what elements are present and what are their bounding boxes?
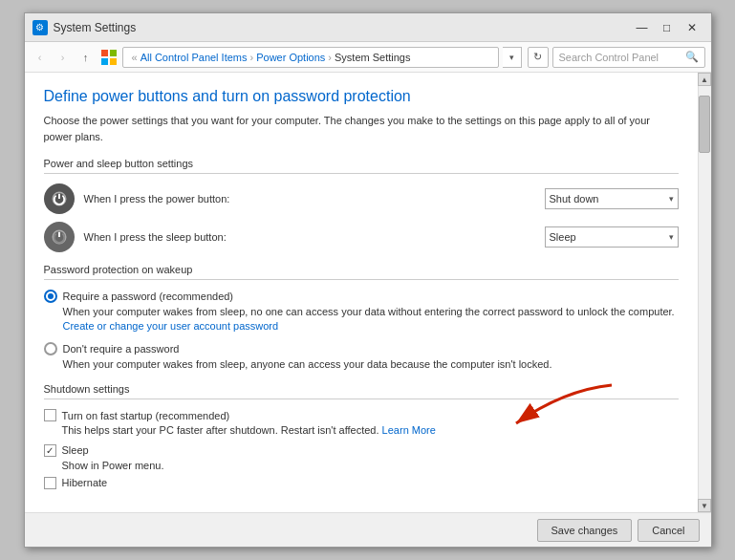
scrollbar[interactable]: ▲ ▼ xyxy=(698,73,711,512)
refresh-button[interactable]: ↻ xyxy=(528,47,549,68)
up-button[interactable]: ↑ xyxy=(76,48,96,67)
page-title: Define power buttons and turn on passwor… xyxy=(44,88,679,105)
power-button-label: When I press the power button: xyxy=(84,193,535,205)
svg-rect-3 xyxy=(110,58,117,65)
sleep-label: Sleep xyxy=(62,444,89,456)
require-password-radio[interactable] xyxy=(44,290,57,303)
no-require-password-radio[interactable] xyxy=(44,342,57,355)
password-header: Password protection on wakeup xyxy=(44,264,679,280)
sleep-icon xyxy=(44,222,75,252)
back-button[interactable]: ‹ xyxy=(31,48,50,67)
power-button-dropdown[interactable]: Shut down ▾ xyxy=(545,188,679,209)
power-sleep-header: Power and sleep button settings xyxy=(44,158,679,174)
power-button-row: When I press the power button: Shut down… xyxy=(44,183,679,214)
scroll-track[interactable] xyxy=(699,86,711,499)
address-bar: ‹ › ↑ « All Control Panel Items › Power … xyxy=(25,42,711,73)
window-icon: ⚙ xyxy=(32,20,48,35)
shutdown-section: Shutdown settings xyxy=(44,383,679,489)
no-require-password-desc: When your computer wakes from sleep, any… xyxy=(44,357,679,372)
scroll-up-button[interactable]: ▲ xyxy=(698,73,711,86)
power-sleep-section: Power and sleep button settings When I p… xyxy=(44,158,679,252)
sleep-dropdown-arrow: ▾ xyxy=(669,232,674,242)
breadcrumb-current: System Settings xyxy=(335,52,410,63)
sleep-desc: Show in Power menu. xyxy=(44,459,679,473)
password-link[interactable]: Create or change your user account passw… xyxy=(63,320,279,332)
power-button-value: Shut down xyxy=(550,193,599,205)
save-changes-button[interactable]: Save changes xyxy=(537,519,633,542)
shutdown-header: Shutdown settings xyxy=(44,383,679,399)
sleep-button-dropdown[interactable]: Sleep ▾ xyxy=(545,226,679,248)
address-dropdown[interactable]: ▾ xyxy=(503,47,522,68)
scroll-thumb[interactable] xyxy=(699,96,710,153)
window-controls: — □ ✕ xyxy=(631,18,703,37)
close-button[interactable]: ✕ xyxy=(681,18,703,37)
fast-startup-item: Turn on fast startup (recommended) This … xyxy=(44,409,679,438)
no-require-password-label: Don't require a password xyxy=(63,343,180,355)
password-section: Password protection on wakeup Require a … xyxy=(44,264,679,372)
search-placeholder: Search Control Panel xyxy=(559,52,659,63)
breadcrumb-all-items[interactable]: All Control Panel Items xyxy=(141,52,248,63)
learn-more-link[interactable]: Learn More xyxy=(382,424,436,436)
fast-startup-label: Turn on fast startup (recommended) xyxy=(62,410,230,421)
breadcrumb: « All Control Panel Items › Power Option… xyxy=(122,47,499,68)
require-password-label: Require a password (recommended) xyxy=(63,291,234,302)
hibernate-checkbox[interactable] xyxy=(44,477,56,489)
content-area: Define power buttons and turn on passwor… xyxy=(25,73,711,512)
password-radio-group: Require a password (recommended) When yo… xyxy=(44,290,679,372)
fast-startup-container: Turn on fast startup (recommended) This … xyxy=(44,409,679,438)
window: ⚙ System Settings — □ ✕ ‹ › ↑ « All Cont… xyxy=(24,12,712,548)
window-title: System Settings xyxy=(54,21,631,34)
power-icon xyxy=(44,183,75,214)
no-require-password-item: Don't require a password When your compu… xyxy=(44,342,679,372)
sleep-item: ✓ Sleep Show in Power menu. xyxy=(44,444,679,473)
hibernate-label: Hibernate xyxy=(62,477,108,488)
search-icon[interactable]: 🔍 xyxy=(685,51,699,63)
require-password-item: Require a password (recommended) When yo… xyxy=(44,290,679,334)
sleep-button-row: When I press the sleep button: Sleep ▾ xyxy=(44,222,679,252)
main-content: Define power buttons and turn on passwor… xyxy=(25,73,698,512)
forward-button[interactable]: › xyxy=(54,48,73,67)
fast-startup-checkbox[interactable] xyxy=(44,409,56,421)
windows-logo xyxy=(99,48,119,67)
page-description: Choose the power settings that you want … xyxy=(44,113,679,144)
hibernate-item: Hibernate xyxy=(44,477,679,489)
require-password-desc: When your computer wakes from sleep, no … xyxy=(44,305,679,334)
title-bar: ⚙ System Settings — □ ✕ xyxy=(25,13,711,42)
bottom-bar: Save changes Cancel xyxy=(25,512,711,547)
svg-rect-2 xyxy=(101,58,108,65)
sleep-button-value: Sleep xyxy=(550,231,576,243)
svg-rect-1 xyxy=(110,50,117,56)
scroll-down-button[interactable]: ▼ xyxy=(698,499,711,512)
cancel-button[interactable]: Cancel xyxy=(638,519,699,542)
fast-startup-desc: This helps start your PC faster after sh… xyxy=(44,423,679,438)
sleep-button-label: When I press the sleep button: xyxy=(84,231,535,243)
sleep-checkbox[interactable]: ✓ xyxy=(44,444,56,457)
minimize-button[interactable]: — xyxy=(631,18,654,37)
power-dropdown-arrow: ▾ xyxy=(669,194,674,204)
svg-rect-0 xyxy=(101,50,108,56)
maximize-button[interactable]: □ xyxy=(656,18,679,37)
breadcrumb-power-options[interactable]: Power Options xyxy=(256,52,325,63)
search-box[interactable]: Search Control Panel 🔍 xyxy=(552,47,705,68)
